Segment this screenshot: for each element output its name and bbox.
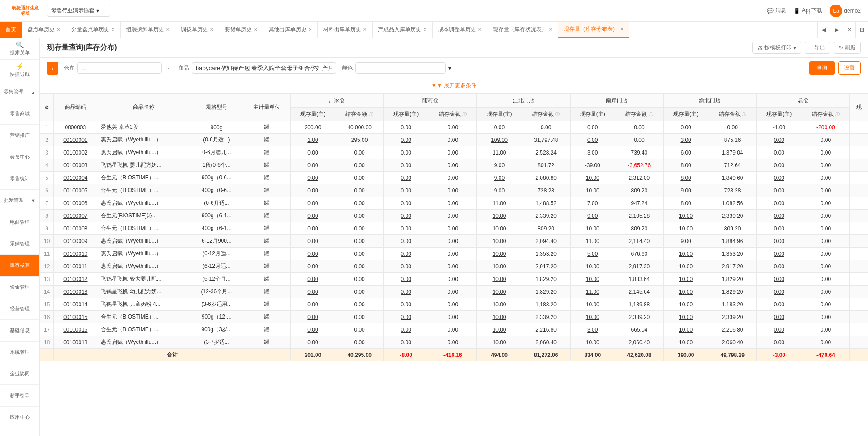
cell-code[interactable]: 00100008 <box>54 222 97 235</box>
cell-jb-qty[interactable]: 10.00 <box>477 222 522 235</box>
cell-total-qty[interactable]: -1.00 <box>757 121 802 134</box>
sidebar-item-member[interactable]: 会员中心 <box>0 146 39 168</box>
cell-jb-qty[interactable]: 10.00 <box>477 260 522 273</box>
user-menu[interactable]: Ea demo2 <box>830 5 861 17</box>
tab-cost-adjust[interactable]: 成本调整单历史 ✕ <box>433 22 487 38</box>
message-btn[interactable]: 💬 消息 <box>767 7 786 14</box>
cell-na-qty[interactable]: -39.00 <box>570 159 615 172</box>
cell-l-qty[interactable]: 0.00 <box>384 184 429 197</box>
sidebar-item-search[interactable]: 🔍 搜索英单 <box>0 38 39 60</box>
cell-yb-qty[interactable]: 10.00 <box>663 323 708 336</box>
setting-btn[interactable]: 设置 <box>838 61 861 75</box>
goods-input[interactable] <box>192 62 336 74</box>
industry-selector[interactable]: 母婴行业演示陈套 ▾ <box>47 5 110 17</box>
yb-amt-info-icon[interactable]: ⓘ <box>742 112 746 117</box>
cell-total-qty[interactable]: 0.00 <box>757 172 802 184</box>
cell-l-qty[interactable]: 0.00 <box>384 336 429 349</box>
settings-icon[interactable]: ⚙ <box>44 104 49 111</box>
cell-code[interactable]: 00100015 <box>54 311 97 323</box>
cell-jb-qty[interactable]: 109.00 <box>477 134 522 146</box>
cell-jb-qty[interactable]: 10.00 <box>477 210 522 222</box>
close-tab-other-out[interactable]: ✕ <box>308 27 312 32</box>
sidebar-item-system[interactable]: 系统管理 <box>0 342 39 363</box>
cell-yb-qty[interactable]: 3.00 <box>663 134 708 146</box>
cell-na-qty[interactable]: 11.00 <box>570 286 615 298</box>
refresh-btn[interactable]: ↻ 刷新 <box>834 42 861 54</box>
cell-total-qty[interactable]: 0.00 <box>757 248 802 260</box>
cell-code[interactable]: 00100004 <box>54 172 97 184</box>
cell-f-qty[interactable]: 0.00 <box>290 260 335 273</box>
cell-l-qty[interactable]: 0.00 <box>384 146 429 159</box>
l-amt-info-icon[interactable]: ⓘ <box>462 112 467 117</box>
close-tab-cost-adjust[interactable]: ✕ <box>478 27 481 32</box>
cell-f-qty[interactable]: 0.00 <box>290 222 335 235</box>
close-tab-inventory-history[interactable]: ✕ <box>57 27 60 32</box>
tab-other-out[interactable]: 其他出库单历史 ✕ <box>263 22 318 38</box>
cell-na-qty[interactable]: 10.00 <box>570 184 615 197</box>
sidebar-item-wholesale-mgmt[interactable]: 批发管理 ▼ <box>0 190 39 211</box>
cell-yb-qty[interactable]: 10.00 <box>663 336 708 349</box>
cell-na-qty[interactable]: 10.00 <box>570 298 615 311</box>
tab-next-btn[interactable]: ▶ <box>830 22 843 38</box>
cell-na-qty[interactable]: 9.00 <box>570 210 615 222</box>
cell-na-qty[interactable]: 10.00 <box>570 260 615 273</box>
close-tab-stock-status[interactable]: ✕ <box>549 27 552 32</box>
cell-f-qty[interactable]: 0.00 <box>290 323 335 336</box>
cell-l-qty[interactable]: 0.00 <box>384 222 429 235</box>
close-tab-product-in[interactable]: ✕ <box>423 27 427 32</box>
sidebar-item-corp[interactable]: 企业协同 <box>0 363 39 385</box>
tab-prev-btn[interactable]: ◀ <box>817 22 830 38</box>
cell-jb-qty[interactable]: 9.00 <box>477 159 522 172</box>
cell-l-qty[interactable]: 0.00 <box>384 248 429 260</box>
tab-product-in[interactable]: 产成品入库单历史 ✕ <box>373 22 433 38</box>
cell-total-qty[interactable]: 0.00 <box>757 197 802 210</box>
cell-yb-qty[interactable]: 10.00 <box>663 222 708 235</box>
cell-l-qty[interactable]: 0.00 <box>384 172 429 184</box>
cell-jb-qty[interactable]: 10.00 <box>477 311 522 323</box>
cell-code[interactable]: 00100010 <box>54 248 97 260</box>
sidebar-item-marketing[interactable]: 营销推广 <box>0 125 39 146</box>
cell-total-qty[interactable]: 0.00 <box>757 184 802 197</box>
close-tab-requisition[interactable]: ✕ <box>254 27 257 32</box>
cell-l-qty[interactable]: 0.00 <box>384 323 429 336</box>
cell-jb-qty[interactable]: 10.00 <box>477 298 522 311</box>
close-tab-transfer[interactable]: ✕ <box>210 27 213 32</box>
f-amt-info-icon[interactable]: ⓘ <box>369 112 373 117</box>
cell-total-qty[interactable]: 0.00 <box>757 298 802 311</box>
app-download-btn[interactable]: 📱 App下载 <box>793 7 822 14</box>
table-area[interactable]: ⚙ 商品编码 商品名称 规格型号 主计量单位 厂家仓 陆村仓 江北门店 南岸门店… <box>40 94 868 436</box>
cell-total-qty[interactable]: 0.00 <box>757 260 802 273</box>
sidebar-item-retail-mgmt[interactable]: 零售管理 ▲ <box>0 81 39 103</box>
cell-yb-qty[interactable]: 10.00 <box>663 210 708 222</box>
cell-total-qty[interactable]: 0.00 <box>757 210 802 222</box>
cell-f-qty[interactable]: 1.00 <box>290 134 335 146</box>
close-tab-stock-dist[interactable]: ✕ <box>620 27 623 32</box>
warehouse-input[interactable] <box>77 62 162 74</box>
cell-code[interactable]: 00100003 <box>54 159 97 172</box>
tab-split-inventory[interactable]: 分量盘点单历史 ✕ <box>66 22 121 38</box>
query-btn[interactable]: 查询 <box>809 61 835 75</box>
cell-code[interactable]: 00100012 <box>54 273 97 286</box>
cell-f-qty[interactable]: 0.00 <box>290 159 335 172</box>
cell-jb-qty[interactable]: 10.00 <box>477 248 522 260</box>
cell-total-qty[interactable]: 0.00 <box>757 311 802 323</box>
cell-code[interactable]: 00100006 <box>54 197 97 210</box>
tab-menu-btn[interactable]: ⊡ <box>855 22 868 38</box>
cell-yb-qty[interactable]: 8.00 <box>663 159 708 172</box>
cell-yb-qty[interactable]: 8.00 <box>663 197 708 210</box>
cell-yb-qty[interactable]: 10.00 <box>663 311 708 323</box>
sidebar-item-quick-nav[interactable]: ⚡ 快捷导航 <box>0 60 39 81</box>
cell-code[interactable]: 0000003 <box>54 121 97 134</box>
cell-jb-qty[interactable]: 10.00 <box>477 235 522 248</box>
cell-total-qty[interactable]: 0.00 <box>757 273 802 286</box>
tab-stock-status[interactable]: 现存量（库存状况表） ✕ <box>487 22 558 38</box>
cell-f-qty[interactable]: 0.00 <box>290 336 335 349</box>
cell-yb-qty[interactable]: 10.00 <box>663 260 708 273</box>
cell-f-qty[interactable]: 0.00 <box>290 184 335 197</box>
sidebar-item-ops[interactable]: 经营管理 <box>0 298 39 320</box>
cell-code[interactable]: 00100018 <box>54 336 97 349</box>
cell-jb-qty[interactable]: 0.00 <box>477 121 522 134</box>
cell-f-qty[interactable]: 0.00 <box>290 235 335 248</box>
cell-f-qty[interactable]: 0.00 <box>290 273 335 286</box>
cell-yb-qty[interactable]: 9.00 <box>663 235 708 248</box>
